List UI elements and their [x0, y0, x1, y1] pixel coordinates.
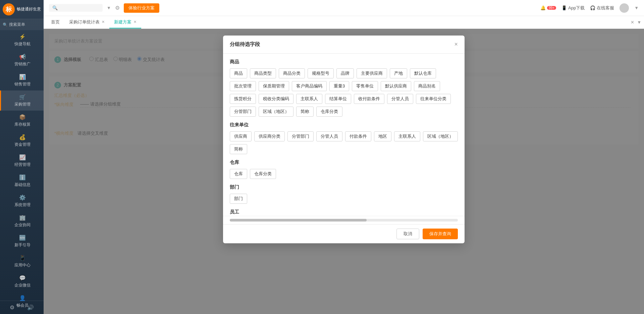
- sidebar-item-system[interactable]: ⚙️ 系统管理: [0, 191, 44, 211]
- inventory-icon: 📦: [19, 114, 26, 120]
- field-tag-goods-2[interactable]: 商品分类: [279, 68, 305, 78]
- field-tag-partner-4[interactable]: 付款条件: [345, 131, 371, 141]
- header-gear-icon[interactable]: ⚙: [115, 5, 120, 11]
- field-tag-goods-20[interactable]: 分管人员: [387, 94, 413, 104]
- app-center-icon: 📱: [19, 255, 26, 261]
- field-tag-goods-25[interactable]: 仓库分类: [316, 107, 342, 117]
- header-search-icon: 🔍: [52, 5, 58, 10]
- tab-list-icon[interactable]: ▼: [637, 20, 641, 25]
- tab-home[interactable]: 首页: [46, 16, 64, 28]
- sidebar-item-app-center[interactable]: 📱 应用中心: [0, 251, 44, 271]
- field-tag-goods-12[interactable]: 零售单位: [352, 81, 378, 91]
- field-tag-partner-8[interactable]: 简称: [230, 144, 247, 154]
- audio-bottom-icon[interactable]: 🔊: [27, 304, 34, 311]
- field-tag-goods-6[interactable]: 产地: [390, 68, 407, 78]
- field-tag-warehouse-1[interactable]: 仓库分类: [250, 169, 276, 179]
- sidebar-item-enterprise[interactable]: 🏢 企业协同: [0, 211, 44, 231]
- purchase-icon: 🛒: [19, 94, 26, 100]
- experience-btn[interactable]: 体验行业方案: [124, 3, 159, 13]
- sidebar-item-sales[interactable]: 📊 销售管理: [0, 70, 44, 90]
- tab-new-plan-close[interactable]: ✕: [133, 20, 137, 24]
- sidebar-item-basic-info[interactable]: ℹ️ 基础信息: [0, 171, 44, 191]
- field-tag-goods-16[interactable]: 税收分类编码: [259, 94, 293, 104]
- field-tag-goods-17[interactable]: 主联系人: [296, 94, 322, 104]
- logo-text: 畅捷通好生意: [17, 7, 41, 12]
- sidebar-search[interactable]: 🔍 搜索菜单: [0, 19, 44, 30]
- field-tag-goods-21[interactable]: 往来单位分类: [416, 94, 451, 104]
- sidebar-item-quick-nav[interactable]: ⚡ 快捷导航: [0, 30, 44, 50]
- field-tag-goods-1[interactable]: 商品类型: [250, 68, 276, 78]
- field-tag-goods-11[interactable]: 重量3: [329, 81, 349, 91]
- online-support-item[interactable]: 🎧 在线客服: [590, 5, 614, 11]
- logo-icon: 标: [3, 3, 15, 15]
- field-tag-goods-18[interactable]: 结算单位: [325, 94, 351, 104]
- field-tag-partner-7[interactable]: 区域（地区）: [423, 131, 458, 141]
- field-tag-department-0[interactable]: 部门: [230, 194, 247, 204]
- header-dropdown-icon[interactable]: ▼: [107, 5, 111, 10]
- field-tag-warehouse-0[interactable]: 仓库: [230, 169, 247, 179]
- header-left: 🔍 ▼ ⚙ 体验行业方案: [49, 3, 159, 13]
- header-search-input[interactable]: [60, 6, 93, 10]
- field-tag-partner-5[interactable]: 地区: [374, 131, 391, 141]
- tab-new-plan[interactable]: 新建方案 ✕: [109, 16, 141, 28]
- field-tag-goods-14[interactable]: 商品别名: [414, 81, 440, 91]
- section-title-partner: 往来单位: [230, 122, 458, 128]
- dialog-close-button[interactable]: ×: [454, 41, 458, 48]
- field-tag-partner-1[interactable]: 供应商分类: [254, 131, 285, 141]
- field-tag-goods-7[interactable]: 默认仓库: [410, 68, 436, 78]
- section-title-department: 部门: [230, 184, 458, 190]
- headset-icon: 🎧: [590, 5, 595, 10]
- field-tag-goods-5[interactable]: 主要供应商: [357, 68, 387, 78]
- save-query-button[interactable]: 保存并查询: [423, 229, 458, 239]
- horizontal-scrollbar[interactable]: [230, 219, 458, 222]
- dialog-title: 分组待选字段: [230, 41, 260, 48]
- field-tag-goods-9[interactable]: 保质期管理: [259, 81, 289, 91]
- sidebar-item-marketing[interactable]: 📢 营销推广: [0, 50, 44, 70]
- field-tag-goods-23[interactable]: 区域（地区）: [259, 107, 293, 117]
- quick-nav-icon: ⚡: [19, 34, 26, 40]
- header: 🔍 ▼ ⚙ 体验行业方案 🔔 99+ 📱 App下载 🎧 在线客服 ▼: [44, 0, 644, 16]
- header-search-box[interactable]: 🔍: [49, 4, 103, 12]
- field-tag-goods-15[interactable]: 拣货积分: [230, 94, 256, 104]
- field-tag-goods-10[interactable]: 客户商品编码: [292, 81, 327, 91]
- sidebar-item-wechat[interactable]: 💬 企业微信: [0, 271, 44, 292]
- notifications-item[interactable]: 🔔 99+: [540, 5, 556, 10]
- field-tag-goods-13[interactable]: 默认供应商: [381, 81, 411, 91]
- sidebar-item-purchase[interactable]: 🛒 采购管理: [0, 90, 44, 111]
- dialog-body[interactable]: 商品商品商品类型商品分类规格型号品牌主要供应商产地默认仓库批次管理保质期管理客户…: [223, 54, 465, 216]
- user-arrow-icon[interactable]: ▼: [634, 5, 639, 10]
- cancel-button[interactable]: 取消: [396, 229, 419, 239]
- app-download-item[interactable]: 📱 App下载: [561, 5, 585, 11]
- field-tag-partner-0[interactable]: 供应商: [230, 131, 252, 141]
- field-tag-goods-0[interactable]: 商品: [230, 68, 247, 78]
- field-tag-partner-3[interactable]: 分管人员: [316, 131, 342, 141]
- tab-purchase-stats[interactable]: 采购订单统计表 ✕: [64, 16, 109, 28]
- tab-more-icon[interactable]: ✕: [631, 20, 634, 25]
- system-icon: ⚙️: [19, 194, 26, 201]
- tab-purchase-stats-close[interactable]: ✕: [102, 20, 105, 24]
- field-tag-goods-3[interactable]: 规格型号: [308, 68, 334, 78]
- marketing-icon: 📢: [19, 54, 26, 60]
- sidebar-item-operations[interactable]: 📈 经营管理: [0, 151, 44, 171]
- dialog: 分组待选字段 × 商品商品商品类型商品分类规格型号品牌主要供应商产地默认仓库批次…: [223, 36, 465, 243]
- field-tag-partner-6[interactable]: 主联系人: [394, 131, 420, 141]
- settings-bottom-icon[interactable]: ⚙: [10, 304, 14, 311]
- field-tag-goods-24[interactable]: 简称: [296, 107, 314, 117]
- field-tag-goods-8[interactable]: 批次管理: [230, 81, 256, 91]
- field-tag-goods-22[interactable]: 分管部门: [230, 107, 256, 117]
- sidebar-item-guide[interactable]: 🆕 新手引导: [0, 231, 44, 251]
- avatar[interactable]: [620, 3, 629, 13]
- notifications-badge: 99+: [547, 6, 556, 10]
- sidebar-bottom: ⚙ 🔊: [0, 301, 44, 314]
- section-title-staff: 员工: [230, 209, 458, 215]
- sidebar-item-inventory[interactable]: 📦 库存核算: [0, 111, 44, 131]
- field-grid-goods: 商品商品类型商品分类规格型号品牌主要供应商产地默认仓库批次管理保质期管理客户商品…: [230, 68, 458, 117]
- phone-icon: 📱: [561, 5, 567, 10]
- field-tag-partner-2[interactable]: 分管部门: [287, 131, 314, 141]
- field-tag-goods-19[interactable]: 收付款条件: [354, 94, 384, 104]
- sidebar-item-finance[interactable]: 💰 资金管理: [0, 131, 44, 151]
- wechat-icon: 💬: [19, 275, 26, 281]
- field-tag-goods-4[interactable]: 品牌: [336, 68, 354, 78]
- dialog-overlay: 分组待选字段 × 商品商品商品类型商品分类规格型号品牌主要供应商产地默认仓库批次…: [44, 29, 644, 314]
- header-right: 🔔 99+ 📱 App下载 🎧 在线客服 ▼: [540, 3, 639, 13]
